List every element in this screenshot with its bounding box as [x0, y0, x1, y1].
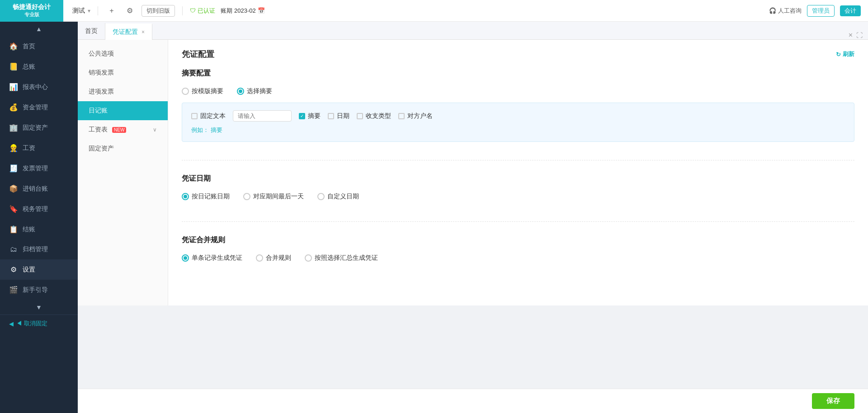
settings-nav-icon: ⚙ [9, 265, 18, 274]
tab-close-icon[interactable]: × [142, 29, 145, 35]
topbar-separator-2 [182, 6, 183, 15]
sidebar-label-ledger: 总账 [23, 63, 35, 71]
radio-journal-date[interactable]: 按日记账日期 [182, 192, 230, 201]
sidebar-item-ledger[interactable]: 📒 总账 [0, 56, 78, 77]
radio-template-summary[interactable]: 按模版摘要 [182, 87, 223, 95]
settings-icon[interactable]: ⚙ [123, 5, 136, 17]
left-nav-sales-invoice[interactable]: 销项发票 [78, 63, 168, 82]
tab-expand-icon[interactable]: ⛶ [856, 32, 863, 39]
checkbox-fixed-text-box [191, 113, 198, 119]
sidebar-item-payroll[interactable]: 👷 工资 [0, 138, 78, 158]
left-nav: 公共选项 销项发票 进项发票 日记账 工资表 NEW [78, 40, 168, 305]
shield-icon: 🛡 [190, 7, 196, 14]
sidebar-item-settings[interactable]: ⚙ 设置 [0, 259, 78, 280]
admin-button[interactable]: 管理员 [807, 5, 835, 17]
date-radio-group: 按日记账日期 对应期间最后一天 自定义日期 [182, 192, 854, 201]
add-button[interactable]: + [105, 5, 118, 17]
sidebar-scroll-down[interactable]: ▼ [0, 300, 78, 314]
sidebar-label-archive: 归档管理 [23, 245, 48, 253]
left-nav-fixed-assets[interactable]: 固定资产 [78, 139, 168, 158]
checkbox-date[interactable]: 日期 [328, 112, 349, 120]
logo-sub-text: 专业版 [24, 11, 39, 18]
voucher-date-section: 凭证日期 按日记账日期 对应期间最后一天 [182, 174, 854, 222]
date-section-title: 凭证日期 [182, 174, 854, 183]
sidebar-scroll-up[interactable]: ▲ [0, 22, 78, 36]
sidebar-label-home: 首页 [23, 42, 35, 51]
merge-section-title: 凭证合并规则 [182, 235, 854, 245]
radio-period-last[interactable]: 对应期间最后一天 [243, 192, 304, 201]
radio-single-record-circle [182, 254, 189, 262]
refresh-button[interactable]: ↻ 刷新 [836, 50, 854, 58]
left-nav-salary-table[interactable]: 工资表 NEW ∨ [78, 120, 168, 139]
chevron-down-icon: ∨ [153, 127, 157, 133]
radio-merge-rule[interactable]: 合并规则 [256, 254, 291, 262]
merge-rule-section: 凭证合并规则 单条记录生成凭证 合并规则 [182, 235, 854, 283]
radio-period-last-circle [243, 193, 250, 200]
sidebar-item-invoices[interactable]: 🧾 发票管理 [0, 158, 78, 178]
sidebar-item-assets[interactable]: 🏢 固定资产 [0, 117, 78, 138]
sidebar-label-tax: 税务管理 [23, 205, 48, 213]
funds-icon: 💰 [9, 103, 18, 112]
checkbox-fixed-text[interactable]: 固定文本 [191, 112, 226, 120]
tax-icon: 🔖 [9, 205, 18, 213]
sidebar-item-closing[interactable]: 📋 结账 [0, 219, 78, 239]
sidebar: ▲ 🏠 首页 📒 总账 📊 报表中心 💰 资金管理 🏢 固定资产 👷 工资 🧾 … [0, 22, 78, 413]
cancel-fixed-button[interactable]: ◀ ◀ 取消固定 [0, 314, 78, 332]
sidebar-item-archive[interactable]: 🗂 归档管理 [0, 239, 78, 259]
right-content-panel: 凭证配置 ↻ 刷新 摘要配置 [168, 40, 868, 305]
role-button[interactable]: 会计 [840, 5, 861, 16]
bottom-save-bar: 保存 [78, 389, 868, 413]
checkbox-counterparty[interactable]: 对方户名 [398, 112, 433, 120]
tab-voucher-config[interactable]: 凭证配置 × [105, 23, 152, 40]
payroll-icon: 👷 [9, 144, 18, 152]
sidebar-item-tax[interactable]: 🔖 税务管理 [0, 199, 78, 219]
checkbox-summary-box [299, 113, 305, 119]
radio-select-circle [237, 88, 244, 95]
sidebar-label-invoices: 发票管理 [23, 164, 48, 173]
left-nav-public[interactable]: 公共选项 [78, 44, 168, 63]
radio-journal-date-circle [182, 193, 189, 200]
company-dropdown-icon[interactable]: ▾ [88, 8, 90, 14]
page-scroll-inner: 公共选项 销项发票 进项发票 日记账 工资表 NEW [78, 40, 868, 389]
sidebar-item-reports[interactable]: 📊 报表中心 [0, 77, 78, 97]
sidebar-label-sales: 进销台账 [23, 185, 48, 193]
checkbox-counterparty-box [398, 113, 405, 119]
tabs-bar: 首页 凭证配置 × × ⛶ [78, 22, 868, 40]
sidebar-item-home[interactable]: 🏠 首页 [0, 36, 78, 56]
checkbox-payment-type-box [357, 113, 363, 119]
sidebar-item-guide[interactable]: 🎬 新手引导 [0, 280, 78, 300]
fixed-text-input[interactable] [233, 110, 292, 122]
checkbox-summary[interactable]: 摘要 [299, 112, 321, 120]
sidebar-item-sales[interactable]: 📦 进销台账 [0, 178, 78, 199]
sidebar-label-guide: 新手引导 [23, 286, 48, 294]
checkbox-date-box [328, 113, 334, 119]
left-nav-purchase-invoice[interactable]: 进项发票 [78, 82, 168, 101]
tab-close-window-icon[interactable]: × [849, 31, 853, 39]
left-nav-journal[interactable]: 日记账 [78, 101, 168, 120]
sidebar-label-closing: 结账 [23, 225, 35, 234]
summary-options-row: 固定文本 摘要 日期 [191, 110, 845, 122]
tab-home-label: 首页 [85, 27, 98, 35]
app-logo: 畅捷通好会计 专业版 [0, 0, 63, 22]
radio-select-summary[interactable]: 选择摘要 [237, 87, 272, 95]
archive-icon: 🗂 [9, 245, 18, 253]
sales-icon: 📦 [9, 184, 18, 193]
radio-custom-date[interactable]: 自定义日期 [317, 192, 359, 201]
sidebar-item-funds[interactable]: 💰 资金管理 [0, 97, 78, 117]
guide-icon: 🎬 [9, 286, 18, 294]
old-version-button[interactable]: 切到旧版 [142, 5, 175, 17]
radio-single-record[interactable]: 单条记录生成凭证 [182, 254, 242, 262]
radio-custom-date-circle [317, 193, 325, 200]
checkbox-payment-type[interactable]: 收支类型 [357, 112, 391, 120]
tab-home[interactable]: 首页 [78, 23, 105, 39]
calendar-icon[interactable]: 📅 [258, 7, 265, 14]
radio-select-merge[interactable]: 按照选择汇总生成凭证 [305, 254, 378, 262]
cancel-fixed-label: ◀ 取消固定 [16, 319, 47, 328]
reports-icon: 📊 [9, 83, 18, 91]
certified-badge: 🛡 已认证 [190, 7, 215, 15]
company-name[interactable]: 测试 ▾ [72, 7, 90, 15]
sidebar-label-funds: 资金管理 [23, 103, 48, 112]
save-button[interactable]: 保存 [812, 393, 854, 409]
invoices-icon: 🧾 [9, 164, 18, 173]
consult-button[interactable]: 🎧 人工咨询 [769, 7, 802, 15]
